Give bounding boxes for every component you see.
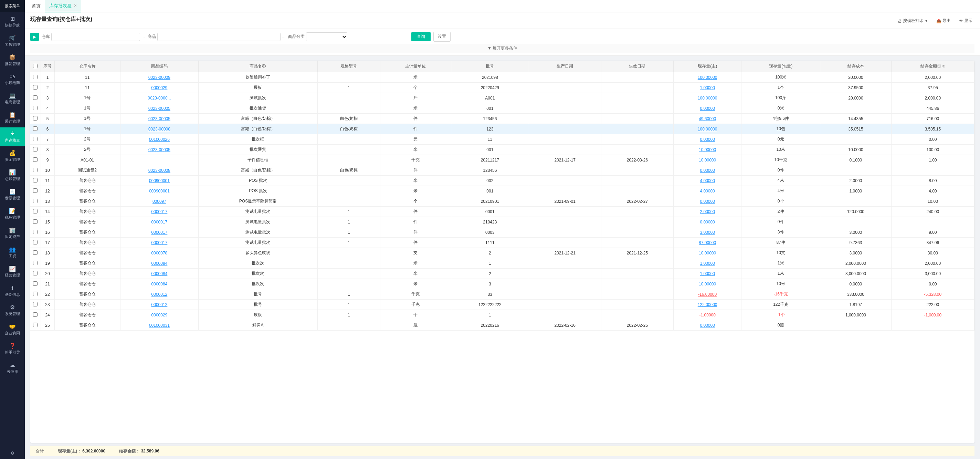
table-cell[interactable]: 3.00000 — [674, 227, 741, 237]
row-checkbox[interactable] — [33, 96, 38, 100]
sidebar-item-quick-nav[interactable]: ⊞ 快捷导航 — [0, 12, 25, 31]
table-cell[interactable]: 0.00000 — [674, 103, 741, 114]
table-cell[interactable]: 4.00000 — [674, 175, 741, 186]
table-cell[interactable]: 000097 — [120, 196, 198, 207]
sidebar-item-invoice[interactable]: 🧾 发票管理 — [0, 185, 25, 204]
row-checkbox[interactable] — [33, 281, 38, 286]
table-cell[interactable]: 100.00000 — [674, 72, 741, 83]
row-checkbox[interactable] — [33, 250, 38, 255]
row-checkbox[interactable] — [33, 137, 38, 141]
table-cell[interactable]: 0000029 — [120, 83, 198, 93]
table-cell[interactable]: 0.00000 — [674, 217, 741, 227]
print-button[interactable]: 🖨 按模板打印 ▼ — [896, 17, 930, 25]
table-cell[interactable]: 0.00000 — [674, 134, 741, 145]
table-cell[interactable]: 2.00000 — [674, 207, 741, 217]
table-cell[interactable]: 001000026 — [120, 134, 198, 145]
table-cell[interactable]: 0000029 — [120, 310, 198, 320]
table-cell[interactable]: -1.00000 — [674, 310, 741, 320]
sidebar-item-wholesale[interactable]: 📦 批发管理 — [0, 51, 25, 70]
settings-button[interactable]: 设置 — [433, 32, 450, 41]
table-cell[interactable]: -16.00000 — [674, 289, 741, 300]
expand-more-conditions[interactable]: ▼ 展开更多条件 — [30, 44, 975, 53]
sidebar-item-guide[interactable]: ❓ 新手引导 — [0, 339, 25, 359]
tab-home[interactable]: 首页 — [27, 0, 45, 13]
row-checkbox[interactable] — [33, 261, 38, 265]
table-cell[interactable]: 0.00000 — [674, 165, 741, 175]
display-button[interactable]: 👁 显示 — [957, 17, 975, 25]
row-checkbox[interactable] — [33, 230, 38, 234]
sidebar-item-retail[interactable]: 🛒 零售管理 — [0, 31, 25, 51]
sidebar-item-purchase[interactable]: 📋 采购管理 — [0, 108, 25, 128]
row-checkbox[interactable] — [33, 240, 38, 244]
table-cell[interactable]: 1.00000 — [674, 83, 741, 93]
row-checkbox[interactable] — [33, 106, 38, 110]
sidebar-item-inventory[interactable]: 🗄 库存核查 — [0, 128, 25, 147]
filter-expand-button[interactable]: ▶ — [30, 33, 39, 41]
table-cell[interactable]: 001000031 — [120, 320, 198, 331]
table-cell[interactable]: 1.00000 — [674, 258, 741, 269]
sidebar-item-tax[interactable]: 📝 税务管理 — [0, 204, 25, 223]
sidebar-logo[interactable]: 搜索菜单 — [0, 0, 25, 12]
table-cell[interactable]: 0023-00005 — [120, 103, 198, 114]
table-cell[interactable]: 0000084 — [120, 269, 198, 279]
sidebar-item-hr[interactable]: 👥 工资 — [0, 243, 25, 262]
select-all-checkbox[interactable] — [33, 64, 38, 68]
sidebar-item-sys[interactable]: ⚙ 系统管理 — [0, 301, 25, 320]
table-cell[interactable]: 100.00000 — [674, 124, 741, 134]
row-checkbox[interactable] — [33, 178, 38, 183]
row-checkbox[interactable] — [33, 219, 38, 224]
table-cell[interactable]: 0000078 — [120, 248, 198, 258]
export-button[interactable]: 📤 导出 — [934, 17, 953, 25]
table-cell[interactable]: 0.00000 — [674, 196, 741, 207]
sidebar-item-report[interactable]: 📊 总账管理 — [0, 166, 25, 185]
row-checkbox[interactable] — [33, 292, 38, 296]
table-cell[interactable]: 0000084 — [120, 279, 198, 289]
table-cell[interactable]: 100.00000 — [674, 93, 741, 103]
table-cell[interactable] — [120, 155, 198, 165]
sidebar-item-mini-ecom[interactable]: 🛍 小鹅电商 — [0, 70, 25, 89]
table-cell[interactable]: 0.00000 — [674, 320, 741, 331]
table-cell[interactable]: 0023-00009 — [120, 72, 198, 83]
warehouse-input[interactable] — [51, 33, 140, 41]
row-checkbox[interactable] — [33, 302, 38, 306]
row-checkbox[interactable] — [33, 126, 38, 131]
table-cell[interactable]: 0000017 — [120, 237, 198, 248]
row-checkbox[interactable] — [33, 168, 38, 172]
row-checkbox[interactable] — [33, 147, 38, 151]
sidebar-settings[interactable]: ⚙ — [0, 447, 25, 459]
row-checkbox[interactable] — [33, 85, 38, 89]
table-cell[interactable]: 0000084 — [120, 258, 198, 269]
sidebar-item-cloud[interactable]: ☁ 云应用 — [0, 359, 25, 378]
row-checkbox[interactable] — [33, 157, 38, 162]
table-cell[interactable]: 0000017 — [120, 227, 198, 237]
table-cell[interactable]: 4.00000 — [674, 186, 741, 196]
sidebar-item-base-info[interactable]: ℹ 基础信息 — [0, 281, 25, 301]
row-checkbox[interactable] — [33, 188, 38, 193]
table-cell[interactable]: 49.60000 — [674, 114, 741, 124]
table-cell[interactable]: 0023-00005 — [120, 145, 198, 155]
table-cell[interactable]: 0023-0000... — [120, 93, 198, 103]
tab-close-icon[interactable]: ✕ — [74, 3, 77, 8]
product-input[interactable] — [157, 33, 280, 41]
table-cell[interactable]: 0000012 — [120, 289, 198, 300]
table-cell[interactable]: 87.00000 — [674, 237, 741, 248]
row-checkbox[interactable] — [33, 199, 38, 203]
row-checkbox[interactable] — [33, 209, 38, 214]
category-select[interactable] — [306, 32, 347, 41]
row-checkbox[interactable] — [33, 323, 38, 327]
row-checkbox[interactable] — [33, 271, 38, 276]
table-cell[interactable]: 0023-00008 — [120, 124, 198, 134]
sidebar-item-ecom[interactable]: 💻 电商管理 — [0, 89, 25, 108]
search-button[interactable]: 查询 — [411, 32, 431, 41]
table-cell[interactable]: 10.00000 — [674, 279, 741, 289]
table-cell[interactable]: 000900001 — [120, 186, 198, 196]
sidebar-item-collab[interactable]: 🤝 企业协同 — [0, 320, 25, 339]
sidebar-item-mgmt[interactable]: 📈 经营管理 — [0, 262, 25, 281]
table-cell[interactable]: 0023-00005 — [120, 114, 198, 124]
table-cell[interactable]: 1.00000 — [674, 269, 741, 279]
table-cell[interactable]: 10.00000 — [674, 248, 741, 258]
table-cell[interactable]: 0000012 — [120, 300, 198, 310]
table-cell[interactable]: 000900001 — [120, 175, 198, 186]
table-cell[interactable]: 0000017 — [120, 207, 198, 217]
row-checkbox[interactable] — [33, 312, 38, 317]
